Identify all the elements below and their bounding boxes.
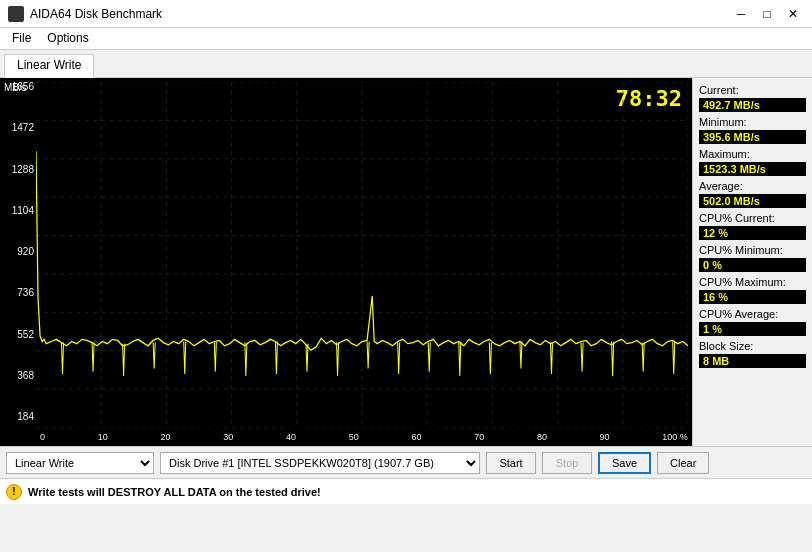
xlabel-30: 30 (223, 432, 233, 442)
menu-options[interactable]: Options (39, 30, 96, 47)
drive-dropdown[interactable]: Disk Drive #1 [INTEL SSDPEKKW020T8] (190… (160, 452, 480, 474)
block-size-value: 8 MB (699, 354, 806, 368)
minimum-value: 395.6 MB/s (699, 130, 806, 144)
warning-text: Write tests will DESTROY ALL DATA on the… (28, 486, 321, 498)
main-content: MB/s 1656 1472 1288 1104 920 736 552 368… (0, 78, 812, 446)
cpu-minimum-value: 0 % (699, 258, 806, 272)
chart-xlabel: 0 10 20 30 40 50 60 70 80 90 100 % (36, 428, 692, 446)
stop-button[interactable]: Stop (542, 452, 592, 474)
clear-button[interactable]: Clear (657, 452, 709, 474)
save-button[interactable]: Save (598, 452, 651, 474)
stats-panel: Current: 492.7 MB/s Minimum: 395.6 MB/s … (692, 78, 812, 446)
ylabel-736: 736 (2, 288, 34, 298)
app-icon (8, 6, 24, 22)
xlabel-10: 10 (98, 432, 108, 442)
minimize-button[interactable]: ─ (730, 3, 752, 25)
cpu-current-label: CPU% Current: (699, 212, 806, 224)
average-label: Average: (699, 180, 806, 192)
xlabel-60: 60 (411, 432, 421, 442)
cpu-maximum-label: CPU% Maximum: (699, 276, 806, 288)
xlabel-20: 20 (160, 432, 170, 442)
ylabel-1104: 1104 (2, 206, 34, 216)
cpu-average-value: 1 % (699, 322, 806, 336)
menu-file[interactable]: File (4, 30, 39, 47)
chart-area: MB/s 1656 1472 1288 1104 920 736 552 368… (0, 78, 692, 446)
close-button[interactable]: ✕ (782, 3, 804, 25)
test-dropdown[interactable]: Linear Write Linear Read Random Write Ra… (6, 452, 154, 474)
maximum-value: 1523.3 MB/s (699, 162, 806, 176)
xlabel-0: 0 (40, 432, 45, 442)
warning-bar: ! Write tests will DESTROY ALL DATA on t… (0, 478, 812, 504)
bottom-controls: Linear Write Linear Read Random Write Ra… (0, 446, 812, 478)
chart-plot-area (36, 82, 688, 428)
xlabel-70: 70 (474, 432, 484, 442)
chart-yaxis: 1656 1472 1288 1104 920 736 552 368 184 (0, 78, 36, 426)
start-button[interactable]: Start (486, 452, 536, 474)
xlabel-40: 40 (286, 432, 296, 442)
current-label: Current: (699, 84, 806, 96)
ylabel-368: 368 (2, 371, 34, 381)
current-value: 492.7 MB/s (699, 98, 806, 112)
menu-bar: File Options (0, 28, 812, 50)
chart-svg (36, 82, 688, 428)
cpu-current-value: 12 % (699, 226, 806, 240)
title-bar: AIDA64 Disk Benchmark ─ □ ✕ (0, 0, 812, 28)
tab-bar: Linear Write (0, 50, 812, 78)
title-bar-controls: ─ □ ✕ (730, 3, 804, 25)
block-size-label: Block Size: (699, 340, 806, 352)
cpu-average-label: CPU% Average: (699, 308, 806, 320)
warning-icon-symbol: ! (12, 486, 15, 497)
cpu-maximum-value: 16 % (699, 290, 806, 304)
ylabel-184: 184 (2, 412, 34, 422)
ylabel-920: 920 (2, 247, 34, 257)
xlabel-100: 100 % (662, 432, 688, 442)
average-value: 502.0 MB/s (699, 194, 806, 208)
ylabel-1288: 1288 (2, 165, 34, 175)
ylabel-1656: 1656 (2, 82, 34, 92)
window-title: AIDA64 Disk Benchmark (30, 7, 162, 21)
cpu-minimum-label: CPU% Minimum: (699, 244, 806, 256)
xlabel-50: 50 (349, 432, 359, 442)
minimum-label: Minimum: (699, 116, 806, 128)
xlabel-80: 80 (537, 432, 547, 442)
tab-linear-write[interactable]: Linear Write (4, 54, 94, 78)
ylabel-552: 552 (2, 330, 34, 340)
maximum-label: Maximum: (699, 148, 806, 160)
xlabel-90: 90 (600, 432, 610, 442)
ylabel-1472: 1472 (2, 123, 34, 133)
maximize-button[interactable]: □ (756, 3, 778, 25)
warning-icon: ! (6, 484, 22, 500)
title-bar-left: AIDA64 Disk Benchmark (8, 6, 162, 22)
